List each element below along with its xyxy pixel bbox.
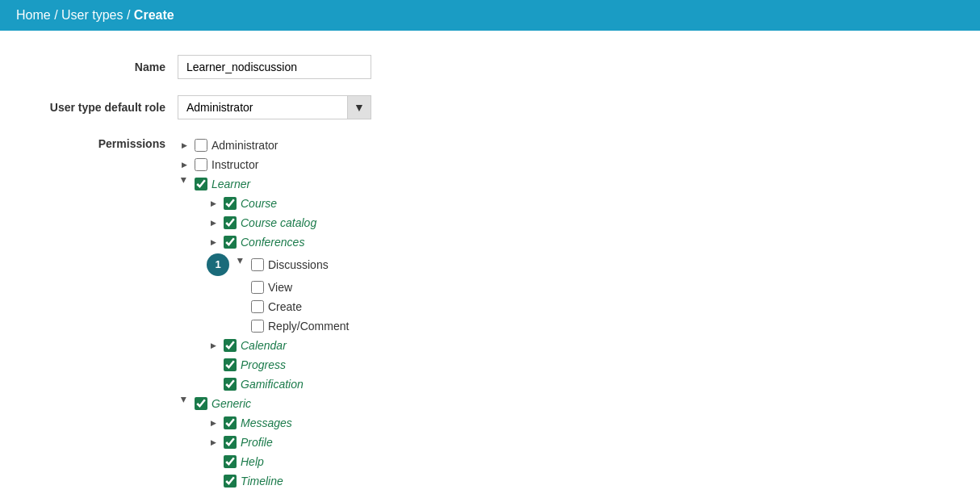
arrow-discussions[interactable]: ▶ (232, 258, 249, 271)
tree-item-gamification: ▶ Gamification (207, 375, 349, 394)
cb-administrator[interactable] (195, 139, 207, 152)
cb-reply[interactable] (251, 320, 264, 333)
cb-calendar[interactable] (224, 339, 237, 352)
role-select-wrapper: Administrator Instructor Learner ▼ (178, 95, 371, 119)
label-course-catalog: Course catalog (241, 215, 316, 231)
main-content: Name User type default role Administrato… (0, 31, 980, 498)
breadcrumb-user-types[interactable]: User types (61, 8, 123, 22)
role-label: User type default role (32, 101, 178, 114)
breadcrumb-sep2: / (127, 8, 134, 22)
cb-timeline[interactable] (224, 475, 237, 488)
discussions-children: View Create Reply/Comment (207, 278, 349, 336)
cb-create[interactable] (251, 300, 264, 313)
label-instructor: Instructor (211, 157, 258, 173)
label-discussions: Discussions (268, 257, 329, 273)
label-view: View (268, 279, 292, 295)
arrow-administrator[interactable]: ▶ (178, 137, 191, 153)
breadcrumb-sep1: / (54, 8, 61, 22)
cb-profile[interactable] (224, 436, 237, 449)
tree-item-course-catalog: ▶ Course catalog (207, 213, 349, 232)
arrow-course-catalog[interactable]: ▶ (207, 215, 220, 231)
arrow-conferences[interactable]: ▶ (207, 234, 220, 250)
learner-children: ▶ Course ▶ Course catalog ▶ Conferences (178, 194, 349, 394)
tree-item-instructor: ▶ Instructor (178, 155, 349, 174)
cb-discussions[interactable] (251, 258, 264, 271)
label-messages: Messages (241, 415, 292, 431)
label-calendar: Calendar (241, 337, 287, 354)
tree-item-profile: ▶ Profile (207, 433, 349, 452)
generic-children: ▶ Messages ▶ Profile ▶ Help (178, 413, 349, 491)
label-learner: Learner (211, 176, 250, 192)
permissions-tree: ▶ Administrator ▶ Instructor ▶ Learner (178, 136, 349, 491)
arrow-generic[interactable]: ▶ (176, 397, 192, 410)
arrow-course[interactable]: ▶ (207, 195, 220, 211)
tree-item-administrator: ▶ Administrator (178, 136, 349, 155)
cb-course[interactable] (224, 197, 237, 210)
label-help: Help (241, 454, 264, 470)
name-row: Name (32, 55, 948, 79)
tree-item-conferences: ▶ Conferences (207, 232, 349, 252)
arrow-profile[interactable]: ▶ (207, 434, 220, 450)
cb-conferences[interactable] (224, 236, 237, 249)
arrow-calendar[interactable]: ▶ (207, 337, 220, 354)
name-input[interactable] (178, 55, 371, 79)
label-conferences: Conferences (241, 234, 304, 250)
label-profile: Profile (241, 434, 273, 450)
tree-item-create: Create (247, 297, 349, 316)
cb-view[interactable] (251, 281, 264, 294)
tree-item-discussions: 1 ▶ Discussions (207, 252, 349, 278)
arrow-messages[interactable]: ▶ (207, 415, 220, 431)
breadcrumb: Home / User types / Create (0, 0, 980, 31)
tree-item-messages: ▶ Messages (207, 413, 349, 433)
cb-learner[interactable] (195, 178, 207, 190)
cb-messages[interactable] (224, 416, 237, 429)
tree-item-learner: ▶ Learner (178, 174, 349, 194)
permissions-label: Permissions (32, 136, 178, 150)
cb-help[interactable] (224, 455, 237, 468)
label-course: Course (241, 195, 277, 211)
cb-course-catalog[interactable] (224, 216, 237, 229)
tree-item-reply: Reply/Comment (247, 316, 349, 336)
label-timeline: Timeline (241, 473, 283, 489)
cb-gamification[interactable] (224, 378, 237, 391)
label-generic: Generic (211, 395, 251, 412)
tree-item-help: ▶ Help (207, 452, 349, 471)
tree-item-view: View (247, 278, 349, 297)
arrow-instructor[interactable]: ▶ (178, 157, 191, 173)
tree-item-timeline: ▶ Timeline (207, 471, 349, 491)
tree-item-progress: ▶ Progress (207, 355, 349, 375)
cb-instructor[interactable] (195, 158, 207, 171)
tree-item-calendar: ▶ Calendar (207, 336, 349, 355)
cb-generic[interactable] (195, 397, 207, 410)
permissions-row: Permissions ▶ Administrator ▶ Instructor… (32, 136, 948, 491)
label-progress: Progress (241, 357, 286, 373)
breadcrumb-current: Create (134, 8, 174, 22)
label-gamification: Gamification (241, 376, 304, 392)
breadcrumb-home[interactable]: Home (16, 8, 51, 22)
label-reply: Reply/Comment (268, 318, 349, 334)
role-select[interactable]: Administrator Instructor Learner (178, 95, 371, 119)
discussions-badge: 1 (207, 253, 229, 276)
cb-progress[interactable] (224, 358, 237, 371)
label-administrator: Administrator (211, 137, 278, 153)
role-row: User type default role Administrator Ins… (32, 95, 948, 119)
name-label: Name (32, 61, 178, 73)
label-create: Create (268, 299, 302, 315)
tree-item-course: ▶ Course (207, 194, 349, 213)
arrow-learner[interactable]: ▶ (176, 178, 192, 190)
tree-item-generic: ▶ Generic (178, 394, 349, 413)
